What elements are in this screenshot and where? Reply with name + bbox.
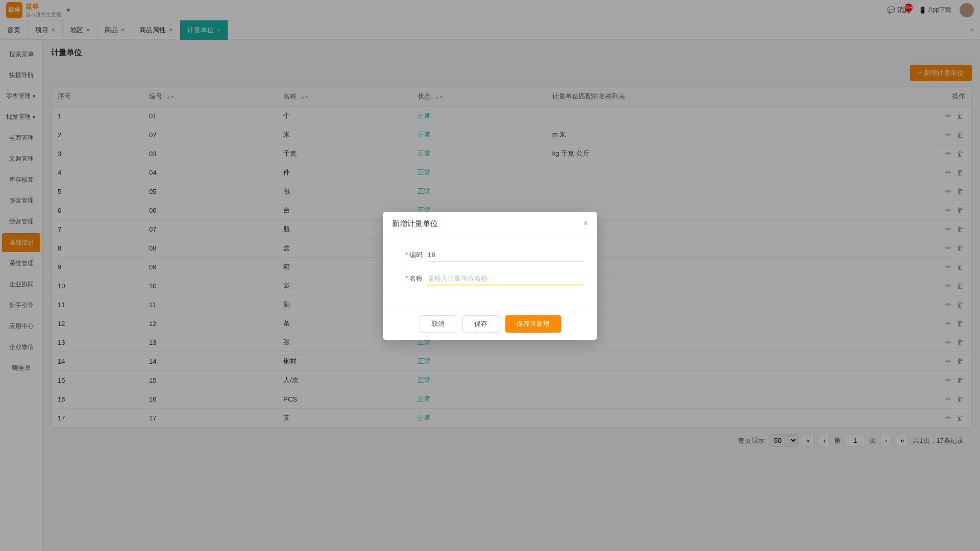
name-input[interactable]: [428, 272, 583, 285]
form-row-code: *编码: [397, 248, 583, 262]
save-button[interactable]: 保存: [462, 315, 499, 333]
modal-header: 新增计量单位 ×: [383, 212, 597, 236]
modal-overlay[interactable]: 新增计量单位 × *编码 *名称 取消 保存 保存并新增: [0, 0, 980, 551]
name-label: *名称: [397, 274, 423, 283]
modal-close-button[interactable]: ×: [583, 219, 588, 228]
save-and-new-button[interactable]: 保存并新增: [505, 315, 561, 333]
cancel-button[interactable]: 取消: [420, 315, 456, 333]
code-label: *编码: [397, 251, 423, 260]
modal-body: *编码 *名称: [383, 236, 597, 308]
modal-add-unit: 新增计量单位 × *编码 *名称 取消 保存 保存并新增: [383, 212, 597, 340]
modal-footer: 取消 保存 保存并新增: [383, 308, 597, 340]
modal-title: 新增计量单位: [392, 219, 438, 229]
code-input[interactable]: [428, 248, 583, 262]
form-row-name: *名称: [397, 272, 583, 285]
